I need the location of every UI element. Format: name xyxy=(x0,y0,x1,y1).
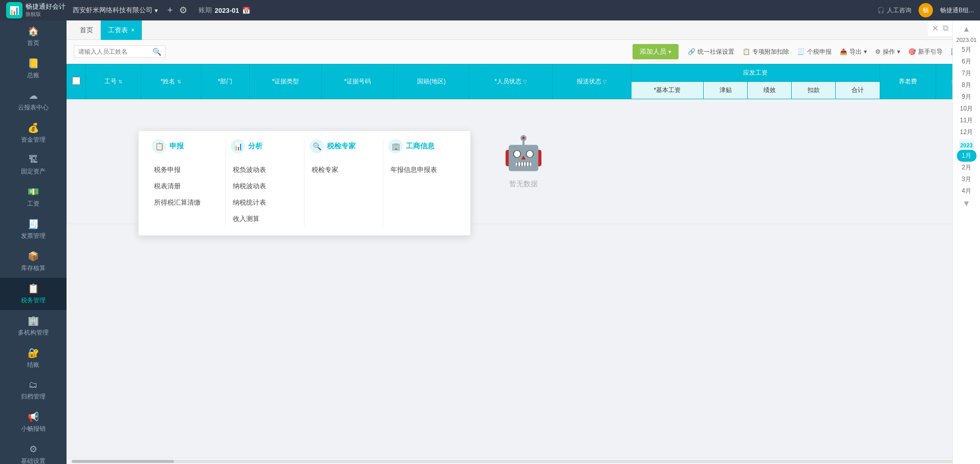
timeline-month-5[interactable]: 5月 xyxy=(957,44,976,56)
sort-icon-workno: ⇅ xyxy=(118,79,122,84)
popup-col-tax-expert: 🔍 税检专家 税检专家 xyxy=(304,139,383,227)
add-person-label: 添加人员 xyxy=(640,47,666,56)
sidebar-item-assets[interactable]: 🏗 固定资产 xyxy=(0,149,67,181)
sidebar-item-archive[interactable]: 🗂 归档管理 xyxy=(0,374,67,406)
sidebar-item-tax[interactable]: 📋 税务管理 xyxy=(0,278,67,310)
app-logo: 📊 畅捷通好会计 旗舰版 xyxy=(6,2,68,18)
sidebar-item-settings[interactable]: ⚙ 基础设置 xyxy=(0,438,67,464)
add-dropdown-arrow: ▾ xyxy=(668,49,671,55)
sidebar-label-xiaochang: 小畅报销 xyxy=(21,425,46,433)
popup-item-annual-report[interactable]: 年报信息申报表 xyxy=(388,162,457,178)
window-close-button[interactable]: ✕ xyxy=(932,24,939,33)
assets-icon: 🏗 xyxy=(29,154,38,165)
timeline-month-12[interactable]: 12月 xyxy=(957,126,976,138)
popup-item-tax-stats[interactable]: 纳税统计表 xyxy=(231,194,299,211)
col-work-no: 工号 ⇅ xyxy=(86,64,141,99)
toolbar: 🔍 添加人员 ▾ 🔗 统一社保设置 📋 专项附加扣除 🧾 个税申报 xyxy=(67,40,980,64)
sidebar-item-salary[interactable]: 💵 工资 xyxy=(0,181,67,213)
operate-icon: ⚙ xyxy=(875,48,881,55)
sidebar-item-closing[interactable]: 🔐 结账 xyxy=(0,342,67,374)
action-social-security[interactable]: 🔗 统一社保设置 xyxy=(688,48,734,56)
tax-report-icon: 🧾 xyxy=(797,48,805,55)
tab-close-icon[interactable]: × xyxy=(131,27,135,34)
sidebar-label-tax: 税务管理 xyxy=(21,296,46,305)
company-dropdown-icon: ▾ xyxy=(155,7,158,14)
window-restore-button[interactable]: ⧉ xyxy=(943,24,948,33)
popup-item-tax-declare[interactable]: 税务申报 xyxy=(152,162,220,178)
timeline-nav-down[interactable]: ▼ xyxy=(961,197,973,210)
guide-label: 新手引导 xyxy=(918,48,943,56)
tab-salary[interactable]: 工资表 × xyxy=(101,20,142,40)
period-info: 账期 2023-01 📅 xyxy=(199,6,251,15)
action-tax-report[interactable]: 🧾 个税申报 xyxy=(797,48,832,56)
salary-icon: 💵 xyxy=(28,186,39,197)
tab-bar: 首页 工资表 × xyxy=(67,20,980,40)
sidebar-item-cloud[interactable]: ☁ 云报表中心 xyxy=(0,85,67,117)
sidebar-item-multi-org[interactable]: 🏢 多机构管理 xyxy=(0,310,67,342)
sidebar-item-invoice[interactable]: 🧾 发票管理 xyxy=(0,213,67,246)
toolbar-actions: 🔗 统一社保设置 📋 专项附加扣除 🧾 个税申报 📤 导出 ▾ ⚙ xyxy=(688,48,973,56)
scrollbar-thumb[interactable] xyxy=(72,460,174,463)
action-guide[interactable]: 🎯 新手引导 xyxy=(908,48,943,56)
timeline-month-10[interactable]: 10月 xyxy=(957,103,976,115)
sidebar-item-xiaochang[interactable]: 📢 小畅报销 xyxy=(0,406,67,438)
popup-item-tax-burden[interactable]: 税负波动表 xyxy=(231,162,299,178)
bottom-scrollbar[interactable] xyxy=(67,458,980,464)
multi-org-icon: 🏢 xyxy=(28,315,39,326)
search-input[interactable] xyxy=(78,48,150,55)
cloud-icon: ☁ xyxy=(29,90,38,101)
popup-col-header-declaration: 📋 申报 xyxy=(152,139,220,157)
add-person-button[interactable]: 添加人员 ▾ xyxy=(633,44,679,59)
popup-item-income-tax-settlement[interactable]: 所得税汇算清缴 xyxy=(152,194,220,211)
guide-toolbar-icon: 🎯 xyxy=(908,48,916,55)
filter-icon-person[interactable]: ▽ xyxy=(523,79,527,84)
popup-item-income-estimate[interactable]: 收入测算 xyxy=(231,211,299,227)
tab-home[interactable]: 首页 xyxy=(73,20,101,40)
action-special-deduct[interactable]: 📋 专项附加扣除 xyxy=(743,48,789,56)
company-selector[interactable]: 西安虾米网络科技有限公司 ▾ xyxy=(73,6,158,15)
timeline-month-1[interactable]: 1月 xyxy=(957,150,976,162)
select-all-checkbox[interactable] xyxy=(72,77,80,85)
top-bar: 📊 畅捷通好会计 旗舰版 西安虾米网络科技有限公司 ▾ + ⚙ 账期 2023-… xyxy=(0,0,980,20)
col-name: *姓名 ⇅ xyxy=(141,64,201,99)
action-export[interactable]: 📤 导出 ▾ xyxy=(840,48,867,56)
col-pension: 养老费 xyxy=(880,64,935,99)
analysis-col-icon: 📊 xyxy=(231,139,245,153)
user-service-button[interactable]: 🎧 人工咨询 xyxy=(877,6,911,15)
calendar-icon[interactable]: 📅 xyxy=(242,7,250,14)
popup-item-tax-payment-fluctuation[interactable]: 纳税波动表 xyxy=(231,178,299,194)
sidebar-label-ledger: 总账 xyxy=(27,71,39,80)
popup-item-tax-expert[interactable]: 税检专家 xyxy=(310,162,378,178)
sidebar-item-inventory[interactable]: 📦 库存核算 xyxy=(0,246,67,278)
main-layout: 🏠 首页 📒 总账 ☁ 云报表中心 💰 资金管理 🏗 固定资产 💵 工资 🧾 发… xyxy=(0,20,980,464)
logo-icon: 📊 xyxy=(6,2,23,18)
timeline-divider xyxy=(959,139,974,140)
timeline-month-2[interactable]: 2月 xyxy=(957,162,976,173)
sidebar-item-ledger[interactable]: 📒 总账 xyxy=(0,53,67,85)
col-group-payable: 应发工资 xyxy=(631,64,880,82)
action-operate[interactable]: ⚙ 操作 ▾ xyxy=(875,48,900,56)
sidebar-item-home[interactable]: 🏠 首页 xyxy=(0,20,67,53)
timeline-month-8[interactable]: 8月 xyxy=(957,79,976,91)
add-company-icon[interactable]: + xyxy=(167,5,173,16)
closing-icon: 🔐 xyxy=(28,347,39,359)
user-name[interactable]: 畅捷通B组... xyxy=(940,6,974,15)
settings-icon[interactable]: ⚙ xyxy=(179,5,187,16)
app-name: 畅捷通好会计 xyxy=(26,3,66,11)
sidebar-label-salary: 工资 xyxy=(27,200,39,208)
timeline-month-11[interactable]: 11月 xyxy=(957,115,976,126)
export-label: 导出 xyxy=(850,48,862,56)
timeline-month-3[interactable]: 3月 xyxy=(957,173,976,185)
search-input-wrap[interactable]: 🔍 xyxy=(74,46,166,58)
col-total: 合计 xyxy=(836,82,880,99)
timeline-month-4[interactable]: 4月 xyxy=(957,185,976,197)
timeline-month-6[interactable]: 6月 xyxy=(957,56,976,68)
popup-item-tax-table[interactable]: 税表清册 xyxy=(152,178,220,194)
sidebar-item-funds[interactable]: 💰 资金管理 xyxy=(0,117,67,149)
filter-icon-report[interactable]: ▽ xyxy=(603,79,607,84)
export-arrow: ▾ xyxy=(864,48,867,55)
timeline-nav-up[interactable]: ▲ xyxy=(961,23,973,36)
popup-col-header-analysis: 📊 分析 xyxy=(231,139,299,157)
timeline-month-7[interactable]: 7月 xyxy=(957,68,976,79)
timeline-month-9[interactable]: 9月 xyxy=(957,91,976,103)
